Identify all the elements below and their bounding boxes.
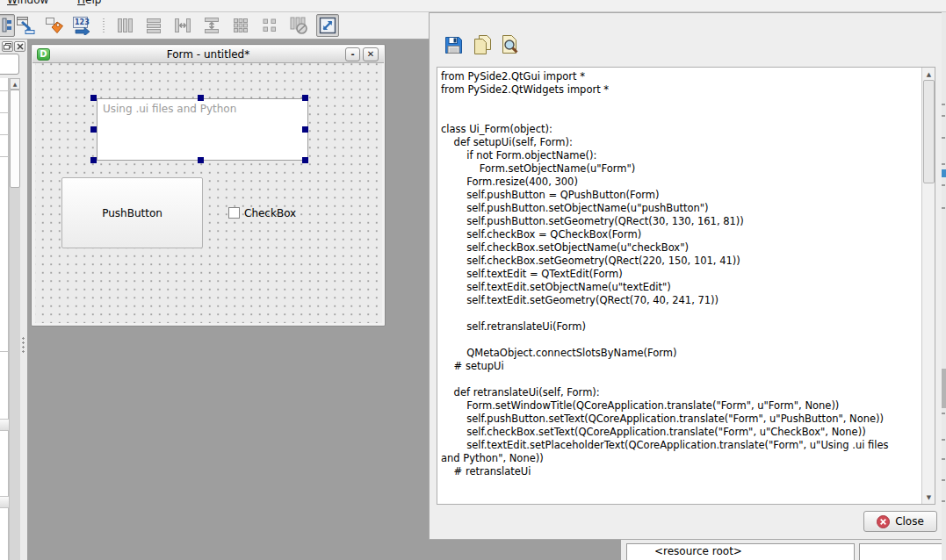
widget-box-list[interactable] (0, 78, 9, 560)
break-layout-icon (289, 16, 308, 35)
close-button-label: Close (895, 515, 924, 528)
layout-horizontal-splitter-button[interactable] (171, 14, 194, 37)
widget-box-panel: ▲ (0, 39, 27, 560)
right-panel-sliver (942, 12, 946, 560)
dock-float-icon (4, 43, 11, 50)
dock-close-icon (17, 43, 24, 50)
save-button[interactable] (442, 33, 465, 56)
edit-signals-slots-button[interactable] (14, 14, 37, 37)
layout-horizontal-splitter-icon (174, 17, 191, 34)
scroll-up-icon[interactable]: ▲ (923, 68, 935, 80)
copy-icon (472, 34, 493, 55)
code-scrollbar[interactable]: ▲ ▼ (921, 68, 935, 504)
save-icon (444, 35, 464, 55)
resource-browser-dock: <resource root> (621, 540, 946, 560)
textedit-widget[interactable]: Using .ui files and Python (97, 98, 308, 161)
find-icon (499, 34, 520, 55)
layout-form-button[interactable] (258, 14, 281, 37)
adjust-size-button[interactable] (316, 14, 339, 37)
edit-widgets-button[interactable] (0, 14, 15, 37)
form-editor-window: Form - untitled* D - ✕ Using .ui files a… (31, 44, 386, 327)
generated-code-text[interactable]: from PySide2.QtGui import * from PySide2… (437, 68, 935, 480)
designer-form-icon: D (37, 48, 50, 61)
widget-box-row-separator (0, 112, 9, 113)
pushbutton-widget[interactable]: PushButton (61, 177, 203, 248)
adjust-size-icon (318, 16, 337, 35)
sliver-selected-row (942, 169, 946, 177)
widget-box-row-separator (0, 90, 9, 91)
form-canvas[interactable]: Using .ui files and Python PushButton Ch… (35, 63, 382, 323)
scroll-down-icon[interactable]: ▼ (923, 492, 935, 503)
resource-detail-panel[interactable] (859, 543, 946, 560)
resize-handle[interactable] (90, 157, 97, 163)
edit-buddies-icon (45, 16, 64, 35)
layout-vertical-splitter-button[interactable] (200, 14, 223, 37)
layout-horizontal-icon (116, 17, 134, 34)
widget-filter-input[interactable] (0, 54, 19, 75)
break-layout-button[interactable] (287, 14, 310, 37)
code-preview-dialog: from PySide2.QtGui import * from PySide2… (429, 12, 942, 540)
code-viewer[interactable]: from PySide2.QtGui import * from PySide2… (437, 67, 935, 505)
menu-help[interactable]: Help (77, 0, 101, 6)
edit-widgets-icon (0, 17, 12, 34)
edit-tab-order-button[interactable]: 123 (70, 14, 93, 37)
layout-vertical-icon (145, 17, 162, 34)
form-window-titlebar[interactable]: Form - untitled* D - ✕ (32, 46, 384, 63)
svg-text:123: 123 (75, 18, 90, 26)
checkbox-label: CheckBox (244, 207, 296, 219)
form-minimize-button[interactable]: - (345, 47, 360, 61)
layout-form-icon (261, 17, 278, 34)
checkbox-indicator[interactable] (228, 207, 240, 219)
edit-buddies-button[interactable] (43, 14, 66, 37)
scroll-up-icon[interactable]: ▲ (10, 78, 20, 90)
resize-handle[interactable] (90, 126, 97, 133)
resource-root-item[interactable]: <resource root> (654, 545, 742, 557)
widget-box-row-separator (0, 134, 9, 135)
form-close-button[interactable]: ✕ (363, 47, 379, 61)
widget-box-category-row[interactable] (0, 419, 9, 431)
find-button[interactable] (498, 33, 521, 56)
layout-horizontal-button[interactable] (113, 14, 136, 37)
widget-box-category-row[interactable] (0, 496, 9, 508)
dock-float-button[interactable] (2, 41, 13, 52)
close-icon (877, 515, 890, 528)
menubar: Window Help (0, 0, 946, 12)
widget-box-row-separator (0, 156, 9, 157)
widget-box-scrollbar[interactable]: ▲ (9, 78, 20, 560)
layout-grid-button[interactable] (229, 14, 252, 37)
resize-handle[interactable] (90, 95, 97, 101)
edit-signals-slots-icon (16, 16, 35, 35)
layout-vertical-button[interactable] (142, 14, 165, 37)
menu-window[interactable]: Window (7, 0, 48, 6)
edit-tab-order-icon: 123 (72, 16, 91, 35)
code-scroll-thumb[interactable] (923, 80, 935, 183)
layout-grid-icon (232, 17, 249, 34)
dock-close-button[interactable] (14, 41, 25, 52)
form-window-title: Form - untitled* (32, 48, 384, 61)
copy-button[interactable] (471, 33, 494, 56)
toolbar-separator (103, 18, 105, 33)
resource-tree[interactable]: <resource root> (626, 543, 855, 560)
layout-vertical-splitter-icon (203, 17, 220, 34)
widget-box-scroll-thumb[interactable] (10, 90, 20, 188)
checkbox-widget[interactable]: CheckBox (228, 195, 317, 231)
dock-splitter-handle[interactable] (22, 336, 25, 354)
widget-box-row-separator (0, 351, 9, 352)
close-button[interactable]: Close (863, 511, 937, 532)
